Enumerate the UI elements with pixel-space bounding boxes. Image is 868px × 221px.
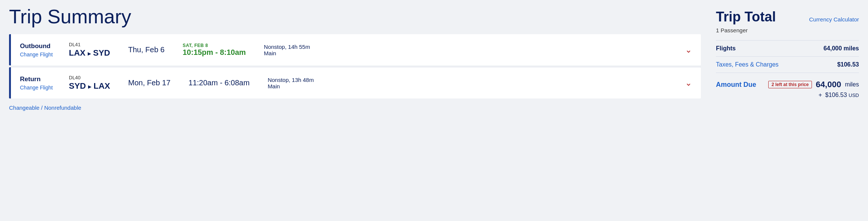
return-date: Mon, Feb 17 <box>128 79 171 87</box>
taxes-value: $106.53 <box>837 61 859 68</box>
outbound-cabin: Main <box>264 50 310 56</box>
outbound-time-range: 10:15pm - 8:10am <box>183 48 246 57</box>
outbound-route-arrow: ▸ <box>88 50 91 57</box>
return-time-range: 11:20am - 6:08am <box>189 79 250 87</box>
return-change-flight-link[interactable]: Change Flight <box>20 85 69 91</box>
return-date-col: Mon, Feb 17 <box>128 79 171 87</box>
outbound-duration-col: Nonstop, 14h 55m Main <box>264 44 310 56</box>
return-cabin: Main <box>268 83 314 89</box>
outbound-label: Outbound <box>20 42 69 50</box>
outbound-time-col: SAT, FEB 8 10:15pm - 8:10am <box>183 43 246 57</box>
amount-due-miles: 64,000 <box>816 80 841 89</box>
trip-total-header: Trip Total Currency Calculator <box>716 9 859 25</box>
right-section: Trip Total Currency Calculator 1 Passeng… <box>716 6 859 100</box>
return-expand-icon[interactable]: ⌄ <box>685 78 692 88</box>
outbound-to: SYD <box>93 48 110 58</box>
taxes-label: Taxes, Fees & Charges <box>716 61 778 68</box>
outbound-duration: Nonstop, 14h 55m <box>264 44 310 50</box>
taxes-cost-row: Taxes, Fees & Charges $106.53 <box>716 56 859 73</box>
return-info-row: DL40 SYD ▸ LAX Mon, Feb 17 11:20am - 6:0… <box>69 75 692 91</box>
currency-calculator-link[interactable]: Currency Calculator <box>809 16 859 23</box>
page-wrapper: Trip Summary Outbound Change Flight DL41… <box>9 6 859 111</box>
amount-due-right: 2 left at this price 64,000 miles <box>768 80 859 89</box>
outbound-date: Thu, Feb 6 <box>128 45 165 54</box>
outbound-info-row: DL41 LAX ▸ SYD Thu, Feb 6 SAT, FEB 8 10:… <box>69 42 692 58</box>
amount-due-dollar: $106.53 <box>825 92 847 98</box>
seats-remaining-badge: 2 left at this price <box>768 81 812 88</box>
return-flight-card: Return Change Flight DL40 SYD ▸ LAX Mon,… <box>9 67 701 98</box>
return-time-col: 11:20am - 6:08am <box>189 79 250 87</box>
page-title: Trip Summary <box>9 6 701 27</box>
outbound-change-flight-link[interactable]: Change Flight <box>20 51 69 58</box>
outbound-label-col: Outbound Change Flight <box>20 42 69 58</box>
return-route: SYD ▸ LAX <box>69 81 110 91</box>
return-to: LAX <box>94 81 110 91</box>
return-route-arrow: ▸ <box>88 83 91 90</box>
return-duration: Nonstop, 13h 48m <box>268 77 314 83</box>
return-label-col: Return Change Flight <box>20 76 69 91</box>
return-from: SYD <box>69 81 86 91</box>
outbound-expand-icon[interactable]: ⌄ <box>685 45 692 55</box>
outbound-from: LAX <box>69 48 85 58</box>
amount-due-label: Amount Due <box>716 81 756 89</box>
passenger-count: 1 Passenger <box>716 27 859 33</box>
outbound-flight-card: Outbound Change Flight DL41 LAX ▸ SYD Th… <box>9 34 701 65</box>
outbound-time-highlight: SAT, FEB 8 <box>183 43 246 48</box>
plus-sign: + <box>818 92 822 98</box>
return-route-col: DL40 SYD ▸ LAX <box>69 75 110 91</box>
outbound-route-col: DL41 LAX ▸ SYD <box>69 42 110 58</box>
flights-label: Flights <box>716 45 736 52</box>
outbound-flight-number: DL41 <box>69 42 110 47</box>
usd-label: USD <box>849 92 859 98</box>
flights-value: 64,000 miles <box>824 45 859 52</box>
return-label: Return <box>20 76 69 83</box>
left-section: Trip Summary Outbound Change Flight DL41… <box>9 6 701 111</box>
amount-due-row: Amount Due 2 left at this price 64,000 m… <box>716 73 859 92</box>
return-duration-col: Nonstop, 13h 48m Main <box>268 77 314 89</box>
outbound-route: LAX ▸ SYD <box>69 48 110 58</box>
changeable-note: Changeable / Nonrefundable <box>9 104 701 111</box>
outbound-date-col: Thu, Feb 6 <box>128 45 165 54</box>
amount-due-sub: + $106.53 USD <box>716 92 859 100</box>
trip-total-title: Trip Total <box>716 9 776 25</box>
amount-due-miles-label: miles <box>845 81 859 88</box>
flights-cost-row: Flights 64,000 miles <box>716 40 859 56</box>
return-flight-number: DL40 <box>69 75 110 80</box>
